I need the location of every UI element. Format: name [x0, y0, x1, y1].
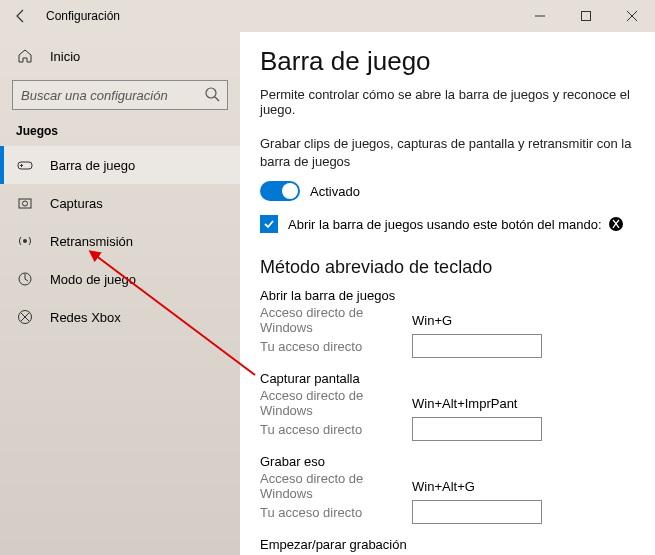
sidebar-item-label: Capturas [50, 196, 103, 211]
svg-rect-7 [19, 199, 31, 208]
your-shortcut-input[interactable] [412, 417, 542, 441]
shortcut-action: Grabar eso [260, 454, 635, 469]
windows-shortcut-value: Win+G [412, 313, 452, 328]
sidebar-item-label: Retransmisión [50, 234, 133, 249]
section-header: Juegos [0, 124, 240, 138]
home-icon [16, 48, 34, 64]
windows-shortcut-label: Acceso directo de Windows [260, 305, 412, 335]
maximize-button[interactable] [563, 0, 609, 32]
sidebar-item-label: Modo de juego [50, 272, 136, 287]
your-shortcut-input[interactable] [412, 334, 542, 358]
captures-icon [16, 195, 34, 211]
shortcut-block: Grabar esoAcceso directo de WindowsWin+A… [260, 454, 635, 525]
shortcuts-title: Método abreviado de teclado [260, 257, 635, 278]
sidebar-item-modo-de-juego[interactable]: Modo de juego [0, 260, 240, 298]
shortcut-block: Empezar/parar grabaciónAcceso directo de… [260, 537, 635, 555]
sidebar-item-label: Barra de juego [50, 158, 135, 173]
minimize-button[interactable] [517, 0, 563, 32]
home-button[interactable]: Inicio [0, 38, 240, 74]
gamebar-icon [16, 157, 34, 173]
shortcut-block: Abrir la barra de juegosAcceso directo d… [260, 288, 635, 359]
window-controls [517, 0, 655, 32]
your-shortcut-label: Tu acceso directo [260, 505, 412, 520]
titlebar: Configuración [0, 0, 655, 32]
shortcut-block: Capturar pantallaAcceso directo de Windo… [260, 371, 635, 442]
toggle-row: Activado [260, 181, 635, 201]
record-description: Grabar clips de juegos, capturas de pant… [260, 135, 635, 171]
sidebar-item-redes-xbox[interactable]: Redes Xbox [0, 298, 240, 336]
sidebar-item-retransmision[interactable]: Retransmisión [0, 222, 240, 260]
windows-shortcut-value: Win+Alt+ImprPant [412, 396, 518, 411]
checkbox-label: Abrir la barra de juegos usando este bot… [288, 217, 602, 232]
controller-button-checkbox[interactable] [260, 215, 278, 233]
toggle-knob [282, 183, 298, 199]
svg-point-8 [23, 201, 28, 206]
toggle-label: Activado [310, 184, 360, 199]
back-arrow-icon [13, 8, 29, 24]
your-shortcut-label: Tu acceso directo [260, 339, 412, 354]
search-icon [204, 86, 220, 102]
close-button[interactable] [609, 0, 655, 32]
windows-shortcut-value: Win+Alt+G [412, 479, 475, 494]
sidebar: Inicio Juegos Barra de juego Capturas Re… [0, 32, 240, 555]
minimize-icon [535, 11, 545, 21]
your-shortcut-input[interactable] [412, 500, 542, 524]
svg-point-2 [206, 88, 216, 98]
your-shortcut-label: Tu acceso directo [260, 422, 412, 437]
shortcut-action: Abrir la barra de juegos [260, 288, 635, 303]
home-label: Inicio [50, 49, 80, 64]
shortcut-action: Capturar pantalla [260, 371, 635, 386]
page-title: Barra de juego [260, 46, 635, 77]
back-button[interactable] [0, 0, 42, 32]
sidebar-item-label: Redes Xbox [50, 310, 121, 325]
svg-point-9 [23, 239, 27, 243]
xbox-icon [608, 216, 624, 232]
gamemode-icon [16, 271, 34, 287]
svg-line-3 [215, 97, 219, 101]
windows-shortcut-label: Acceso directo de Windows [260, 388, 412, 418]
sidebar-item-capturas[interactable]: Capturas [0, 184, 240, 222]
checkmark-icon [263, 218, 275, 230]
windows-shortcut-label: Acceso directo de Windows [260, 471, 412, 501]
close-icon [627, 11, 637, 21]
svg-rect-6 [21, 164, 22, 167]
search-container [12, 80, 228, 110]
svg-rect-1 [582, 12, 591, 21]
broadcast-icon [16, 233, 34, 249]
main-content: Barra de juego Permite controlar cómo se… [240, 32, 655, 555]
gamebar-toggle[interactable] [260, 181, 300, 201]
search-input[interactable] [12, 80, 228, 110]
maximize-icon [581, 11, 591, 21]
checkbox-row: Abrir la barra de juegos usando este bot… [260, 215, 635, 233]
sidebar-item-barra-de-juego[interactable]: Barra de juego [0, 146, 240, 184]
page-description: Permite controlar cómo se abre la barra … [260, 87, 635, 117]
shortcut-action: Empezar/parar grabación [260, 537, 635, 552]
window-title: Configuración [46, 9, 120, 23]
xbox-network-icon [16, 309, 34, 325]
